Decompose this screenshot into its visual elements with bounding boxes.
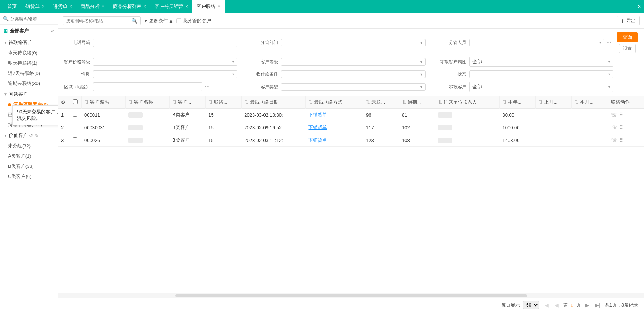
filter-customer-type-select[interactable]: ▾ <box>281 83 425 91</box>
sidebar-item-class-b[interactable]: B类客户(33) <box>0 161 58 171</box>
cell-checkbox[interactable] <box>70 109 81 121</box>
cell-code: 00030031 <box>81 121 125 134</box>
th-type[interactable]: ⇅客户... <box>169 96 205 109</box>
th-this-month[interactable]: ⇅本月... <box>572 96 608 109</box>
all-customers-header[interactable]: ⊞ 全部客户 « <box>0 25 58 37</box>
cell-uncontacted: 96 <box>363 109 399 121</box>
cell-overdue: 102 <box>399 121 435 134</box>
filter-customer-level: 客户等级 ▾ <box>252 58 425 66</box>
action-more-icon[interactable]: ⠿ <box>619 112 623 118</box>
cell-actions: ☏ ⠿ <box>608 121 644 134</box>
sort-dots-icon-9: ⇅ <box>438 99 442 105</box>
search-submit-icon[interactable]: 🔍 <box>131 18 137 24</box>
sidebar-item-class-a[interactable]: A类客户(1) <box>0 151 58 161</box>
my-customers-checkbox[interactable]: 我分管的客户 <box>176 17 211 24</box>
page-last-btn[interactable]: ▶| <box>593 301 602 309</box>
close-product-analysis-list[interactable]: × <box>144 4 146 9</box>
action-more-icon[interactable]: ⠿ <box>619 125 623 130</box>
page-first-btn[interactable]: |◀ <box>542 301 550 309</box>
cell-contact-person <box>435 109 499 121</box>
filter-customer-level-select[interactable]: ▾ <box>281 58 425 66</box>
th-this-year[interactable]: ⇅本年... <box>499 96 535 109</box>
nav-customer-contact[interactable]: 客户联络 × <box>192 0 225 13</box>
horizontal-scrollbar[interactable] <box>58 293 644 298</box>
th-settings[interactable]: ⚙ <box>58 96 70 109</box>
sidebar-item-tomorrow-pending[interactable]: 明天待联络(1) <box>0 58 58 68</box>
nav-product-analysis-list[interactable]: 商品分析列表 × <box>109 0 150 13</box>
cell-last-contact-method[interactable]: 下销货单 <box>305 109 363 121</box>
more-conditions-button[interactable]: ▼ 更多条件 ▲ <box>144 17 173 24</box>
cell-checkbox[interactable] <box>70 134 81 147</box>
row-checkbox[interactable] <box>73 125 77 129</box>
th-contact[interactable]: ⇅联络... <box>205 96 241 109</box>
filter-phone-input[interactable] <box>93 39 237 47</box>
sidebar-item-ungrouped[interactable]: 未分组(32) <box>0 141 58 151</box>
sidebar-item-class-c[interactable]: C类客户(6) <box>0 171 58 182</box>
refresh-icon[interactable]: ↺ <box>29 133 33 138</box>
triangle-icon-3: ▼ <box>4 134 7 138</box>
filter-status-select[interactable]: ▾ <box>469 70 613 78</box>
cell-checkbox[interactable] <box>70 121 81 134</box>
th-last-contact-method[interactable]: ⇅最后联络方式 <box>305 96 363 109</box>
th-overdue[interactable]: ⇅逾期... <box>399 96 435 109</box>
action-contact-icon[interactable]: ☏ <box>611 112 617 118</box>
sidebar-group-pending[interactable]: ▼ 待联络客户 <box>0 37 58 48</box>
select-all-checkbox[interactable] <box>73 99 78 104</box>
th-contact-person[interactable]: ⇅往来单位联系人 <box>435 96 499 109</box>
filter-dots-2[interactable]: ··· <box>202 84 212 90</box>
page-prev-btn[interactable]: ◀ <box>553 301 560 309</box>
th-uncontacted[interactable]: ⇅未联... <box>363 96 399 109</box>
filter-payment-select[interactable]: ▾ <box>281 70 425 78</box>
close-customer-segmentation[interactable]: × <box>185 4 188 9</box>
filter-dots-1[interactable]: ··· <box>604 40 613 46</box>
cell-last-contact-method[interactable]: 下销货单 <box>305 134 363 147</box>
action-contact-icon[interactable]: ☏ <box>611 125 617 130</box>
nav-sales-order[interactable]: 销货单 × <box>21 0 49 13</box>
sort-dots-icon-8: ⇅ <box>402 99 406 105</box>
settings-button[interactable]: 设置 <box>619 44 636 53</box>
nav-purchase-order[interactable]: 进货单 × <box>49 0 76 13</box>
filter-region-input[interactable] <box>93 82 202 91</box>
cell-name <box>125 134 169 147</box>
close-purchase-order[interactable]: × <box>69 4 72 9</box>
filter-retail-select[interactable]: 全部 ▾ <box>469 82 613 92</box>
action-contact-icon[interactable]: ☏ <box>611 137 617 143</box>
collapse-icon[interactable]: « <box>51 28 54 34</box>
filter-dept-select[interactable]: ▾ <box>281 39 425 46</box>
nav-product-analysis[interactable]: 商品分析 × <box>76 0 109 13</box>
th-code[interactable]: ⇅客户编码 <box>81 96 125 109</box>
filter-retail-attr-select[interactable]: 全部 ▾ <box>469 57 613 67</box>
close-sales-order[interactable]: × <box>42 4 44 9</box>
query-button[interactable]: 查询 <box>617 32 638 42</box>
filter-manager-select[interactable]: ▾ <box>469 39 604 46</box>
th-last-month[interactable]: ⇅上月... <box>536 96 572 109</box>
action-more-icon[interactable]: ⠿ <box>619 137 623 143</box>
sidebar-item-overdue-pending[interactable]: 逾期未联络(30) <box>0 78 58 89</box>
close-window-button[interactable]: × <box>637 3 641 11</box>
page-next-btn[interactable]: ▶ <box>584 301 591 309</box>
sidebar-item-7days-pending[interactable]: 近7天待联络(0) <box>0 68 58 78</box>
sidebar-group-value[interactable]: ▼ 价值客户 ↺ ✎ <box>0 130 58 141</box>
sidebar-item-today-pending[interactable]: 今天待联络(0) <box>0 48 58 58</box>
cell-last-month <box>536 109 572 121</box>
edit-icon[interactable]: ✎ <box>35 133 39 138</box>
row-checkbox[interactable] <box>73 137 77 142</box>
export-button[interactable]: ⬆ 导出 <box>617 16 640 25</box>
search-input[interactable] <box>66 18 131 23</box>
nav-home[interactable]: 首页 <box>3 0 21 13</box>
close-product-analysis[interactable]: × <box>102 4 104 9</box>
sidebar-group-problem[interactable]: ▼ 问题客户 <box>0 89 58 100</box>
sidebar-search-input[interactable] <box>10 16 58 21</box>
row-checkbox[interactable] <box>73 112 77 117</box>
nav-customer-segmentation[interactable]: 客户分层经营 × <box>150 0 192 13</box>
cell-last-contact-method[interactable]: 下销货单 <box>305 121 363 134</box>
close-customer-contact[interactable]: × <box>218 4 220 9</box>
top-nav: 首页 销货单 × 进货单 × 商品分析 × 商品分析列表 × 客户分层经营 × … <box>0 0 644 13</box>
th-checkbox[interactable] <box>70 96 81 109</box>
filter-price-level-select[interactable]: ▾ <box>93 58 237 66</box>
th-name[interactable]: ⇅客户名称 <box>125 96 169 109</box>
th-last-contact-date[interactable]: ⇅最后联络日期 <box>241 96 305 109</box>
per-page-select[interactable]: 50 <box>523 301 539 309</box>
filter-nature-select[interactable]: ▾ <box>93 70 237 78</box>
cell-index: 1 <box>58 109 70 121</box>
